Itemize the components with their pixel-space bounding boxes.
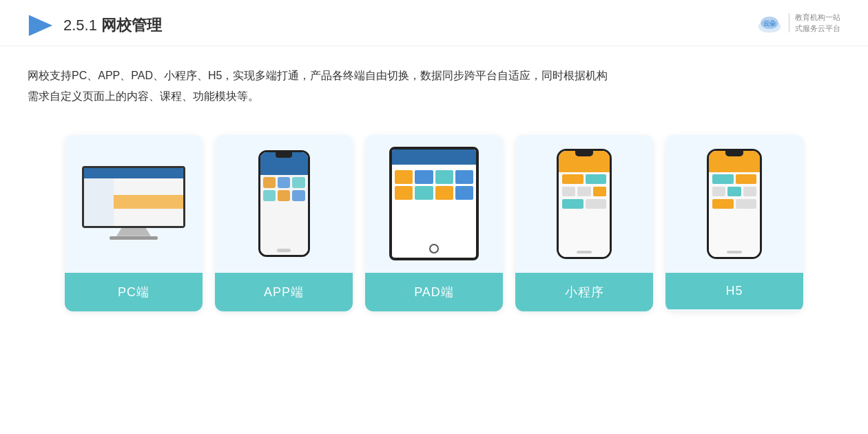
logo-divider <box>789 13 789 32</box>
card-pad: PAD端 <box>365 135 503 311</box>
description-line2: 需求自定义页面上的内容、课程、功能模块等。 <box>28 86 840 107</box>
monitor-device <box>82 166 185 242</box>
description-line1: 网校支持PC、APP、PAD、小程序、H5，实现多端打通，产品各终端自由切换，数… <box>28 65 840 86</box>
card-pc-image <box>65 135 203 273</box>
pad-device <box>389 147 479 260</box>
svg-marker-0 <box>29 15 52 36</box>
card-h5: H5 <box>665 135 803 311</box>
card-pc-label: PC端 <box>65 273 203 311</box>
card-miniprogram-label: 小程序 <box>515 273 653 311</box>
cards-container: PC端 <box>0 114 868 325</box>
card-app-label: APP端 <box>215 273 353 311</box>
card-h5-label: H5 <box>665 273 803 309</box>
card-miniprogram-image <box>515 135 653 273</box>
page-title: 2.5.1 网校管理 <box>63 15 162 36</box>
description-area: 网校支持PC、APP、PAD、小程序、H5，实现多端打通，产品各终端自由切换，数… <box>0 46 868 114</box>
card-miniprogram: 小程序 <box>515 135 653 311</box>
phone-device-h5 <box>707 149 762 259</box>
card-h5-image <box>665 135 803 273</box>
phone-device-app <box>258 150 310 257</box>
logo-cloud-icon: 云朵 <box>756 9 783 37</box>
header: 2.5.1 网校管理 云朵 教育机构一站 式服务云平台 <box>0 0 868 46</box>
logo-area: 云朵 教育机构一站 式服务云平台 <box>756 9 840 37</box>
card-app-image <box>215 135 353 273</box>
card-pad-label: PAD端 <box>365 273 503 311</box>
card-pc: PC端 <box>65 135 203 311</box>
card-pad-image <box>365 135 503 273</box>
card-app: APP端 <box>215 135 353 311</box>
brand-icon <box>28 12 54 39</box>
phone-device-mini <box>557 149 612 259</box>
logo-tagline: 教育机构一站 式服务云平台 <box>795 12 840 34</box>
svg-text:云朵: 云朵 <box>763 20 776 27</box>
